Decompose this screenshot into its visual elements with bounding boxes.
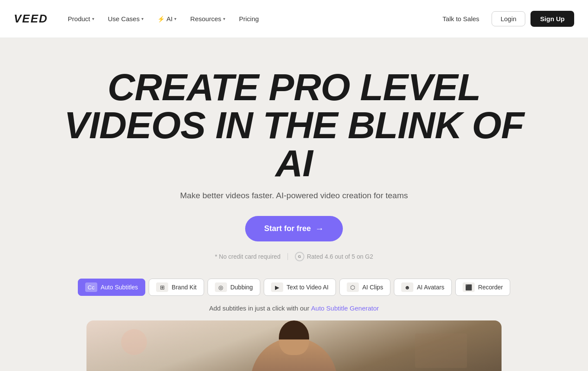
nav-item-pricing[interactable]: Pricing <box>233 12 265 26</box>
nav-links: Product ▾ Use Cases ▾ ⚡ AI ▾ Resources ▾… <box>62 12 265 26</box>
cta-label: Start for free <box>264 224 311 233</box>
chevron-down-icon: ▾ <box>174 16 176 21</box>
nav-right: Talk to Sales Login Sign Up <box>436 11 574 27</box>
chevron-down-icon: ▾ <box>141 16 144 21</box>
person-body <box>251 338 337 371</box>
tab-dubbing[interactable]: ◎ Dubbing <box>208 279 260 296</box>
video-person <box>86 320 502 371</box>
hero-title-line1: CREATE PRO LEVEL <box>108 66 480 108</box>
no-credit-card-text: * No credit card required <box>215 253 281 260</box>
nav-label-resources: Resources <box>190 15 221 22</box>
nav-item-resources[interactable]: Resources ▾ <box>184 12 231 26</box>
divider <box>288 253 288 260</box>
tab-label-ai-avatars: AI Avatars <box>417 284 444 291</box>
person-hair <box>279 320 309 339</box>
tab-ai-avatars[interactable]: ☻ AI Avatars <box>394 279 452 296</box>
feature-desc-text: Add subtitles in just a click with our <box>209 304 310 312</box>
tab-label-text-to-video: Text to Video AI <box>287 284 329 291</box>
video-preview <box>86 320 502 371</box>
tab-text-to-video[interactable]: ▶ Text to Video AI <box>264 279 336 296</box>
hero-section: CREATE PRO LEVEL VIDEOS IN THE BLINK OF … <box>0 38 588 371</box>
tab-brand-kit[interactable]: ⊞ Brand Kit <box>149 279 204 296</box>
nav-label-ai: AI <box>166 15 173 22</box>
tab-label-brand-kit: Brand Kit <box>172 284 197 291</box>
tab-label-dubbing: Dubbing <box>230 284 253 291</box>
chevron-down-icon: ▾ <box>223 16 225 21</box>
g2-logo: G <box>295 252 304 261</box>
ai-avatars-icon: ☻ <box>401 282 413 292</box>
start-for-free-button[interactable]: Start for free → <box>245 216 343 241</box>
subtitles-icon: Cc <box>85 282 97 292</box>
hero-title-line2: VIDEOS IN THE BLINK OF AI <box>64 104 524 184</box>
tab-label-recorder: Recorder <box>478 284 503 291</box>
arrow-right-icon: → <box>315 224 324 234</box>
nav-label-pricing: Pricing <box>239 15 259 22</box>
hero-subtitle: Make better videos faster. AI-powered vi… <box>180 191 408 200</box>
tab-auto-subtitles[interactable]: Cc Auto Subtitles <box>78 279 145 296</box>
hero-meta: * No credit card required G Rated 4.6 ou… <box>215 252 373 261</box>
nav-label-use-cases: Use Cases <box>108 15 140 22</box>
nav-item-ai[interactable]: ⚡ AI ▾ <box>151 12 182 26</box>
g2-rating: Rated 4.6 out of 5 on G2 <box>307 253 373 260</box>
auto-subtitle-generator-link[interactable]: Auto Subtitle Generator <box>311 304 379 312</box>
talk-to-sales-button[interactable]: Talk to Sales <box>436 12 486 26</box>
nav-item-use-cases[interactable]: Use Cases ▾ <box>102 12 150 26</box>
feature-description: Add subtitles in just a click with our A… <box>209 304 379 312</box>
person-head <box>279 320 309 355</box>
tab-recorder[interactable]: ⬛ Recorder <box>455 279 511 296</box>
ai-clips-icon: ⬡ <box>347 282 359 292</box>
feature-tabs: Cc Auto Subtitles ⊞ Brand Kit ◎ Dubbing … <box>78 279 511 296</box>
chevron-down-icon: ▾ <box>92 16 94 21</box>
hero-title: CREATE PRO LEVEL VIDEOS IN THE BLINK OF … <box>56 68 532 182</box>
logo[interactable]: VEED <box>14 12 48 25</box>
g2-badge: G Rated 4.6 out of 5 on G2 <box>295 252 373 261</box>
tab-ai-clips[interactable]: ⬡ AI Clips <box>339 279 390 296</box>
tab-label-ai-clips: AI Clips <box>362 284 383 291</box>
nav-item-product[interactable]: Product ▾ <box>62 12 100 26</box>
lightning-icon: ⚡ <box>157 16 165 22</box>
dubbing-icon: ◎ <box>215 282 227 292</box>
nav-label-product: Product <box>68 15 90 22</box>
nav-left: VEED Product ▾ Use Cases ▾ ⚡ AI ▾ Resour… <box>14 12 265 26</box>
navbar: VEED Product ▾ Use Cases ▾ ⚡ AI ▾ Resour… <box>0 0 588 38</box>
text-to-video-icon: ▶ <box>271 282 283 292</box>
recorder-icon: ⬛ <box>463 282 475 292</box>
login-button[interactable]: Login <box>492 11 526 26</box>
brand-kit-icon: ⊞ <box>156 282 168 292</box>
signup-button[interactable]: Sign Up <box>530 11 574 27</box>
tab-label-auto-subtitles: Auto Subtitles <box>101 284 138 291</box>
